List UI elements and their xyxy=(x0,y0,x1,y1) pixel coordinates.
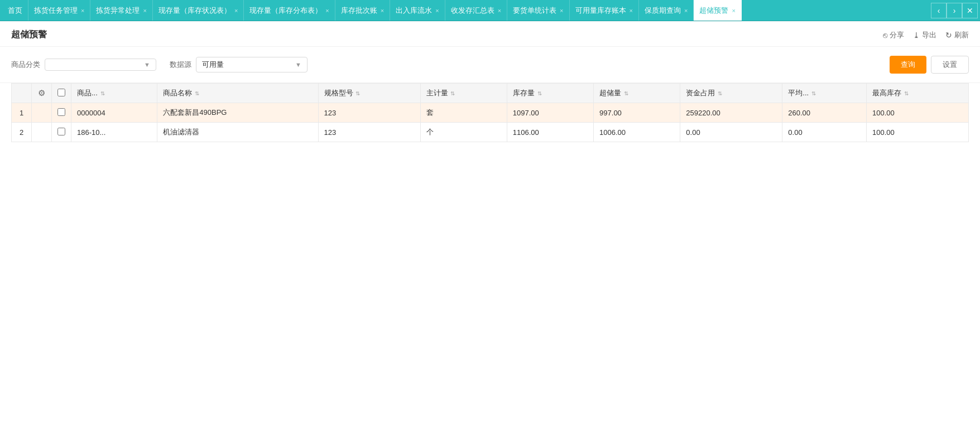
nav-close-button[interactable]: ✕ xyxy=(962,3,978,18)
topbar-tab-over-storage[interactable]: 超储预警× xyxy=(694,0,741,21)
col-header-over_stock[interactable]: 超储量 ⇅ xyxy=(594,84,680,103)
cell-max_stock-0: 100.00 xyxy=(866,103,968,123)
close-tab-inventory-dist-icon[interactable]: × xyxy=(325,7,329,14)
table-row: 10000004六配套新昌490BPG123套1097.00997.002592… xyxy=(12,103,969,123)
table-container: ⚙商品... ⇅商品名称 ⇅规格型号 ⇅主计量 ⇅库存量 ⇅超储量 ⇅资金占用 … xyxy=(0,83,980,142)
cell-product_name-1: 机油滤清器 xyxy=(157,123,318,142)
sort-icon-spec: ⇅ xyxy=(354,90,361,96)
close-tab-abnormal-icon[interactable]: × xyxy=(143,7,146,14)
datasource-select-value: 可用量 xyxy=(202,60,293,70)
topbar-tab-batch[interactable]: 库存批次账× xyxy=(335,0,390,21)
col-header-product_name[interactable]: 商品名称 ⇅ xyxy=(157,84,318,103)
topbar-tab-home[interactable]: 首页 xyxy=(2,0,28,21)
topbar-tab-quality-period[interactable]: 保质期查询× xyxy=(639,0,694,21)
topbar-tab-collect-send[interactable]: 收发存汇总表× xyxy=(445,0,507,21)
row-num-1: 2 xyxy=(12,123,32,142)
cell-over_stock-0: 997.00 xyxy=(594,103,680,123)
sort-icon-over_stock: ⇅ xyxy=(622,90,628,96)
col-header-checkbox xyxy=(52,84,71,103)
close-tab-collect-send-icon[interactable]: × xyxy=(498,7,501,14)
cell-unit-0: 套 xyxy=(420,103,507,123)
sort-icon-stock: ⇅ xyxy=(536,90,542,96)
table-body: 10000004六配套新昌490BPG123套1097.00997.002592… xyxy=(12,103,969,142)
close-tab-over-storage-icon[interactable]: × xyxy=(732,7,735,14)
row-gear-0 xyxy=(32,103,52,123)
export-icon: ⤓ xyxy=(913,31,920,40)
topbar-nav-buttons: ‹ › ✕ xyxy=(931,3,978,18)
share-icon: ⎋ xyxy=(883,31,887,40)
gear-icon[interactable]: ⚙ xyxy=(38,88,45,98)
close-tab-quality-period-icon[interactable]: × xyxy=(684,7,688,14)
topbar-tab-inventory-status[interactable]: 现存量（库存状况表）× xyxy=(153,0,244,21)
sort-icon-avg: ⇅ xyxy=(810,90,816,96)
nav-next-button[interactable]: › xyxy=(947,3,962,18)
topbar-tab-task-mgmt[interactable]: 拣货任务管理× xyxy=(28,0,90,21)
cell-avg-0: 260.00 xyxy=(782,103,867,123)
cell-unit-1: 个 xyxy=(420,123,507,142)
row-checkbox-cell-1 xyxy=(52,123,71,142)
row-checkbox-cell-0 xyxy=(52,103,71,123)
topbar: 首页拣货任务管理×拣货异常处理×现存量（库存状况表）×现存量（库存分布表）×库存… xyxy=(0,0,980,21)
datasource-select[interactable]: 可用量 ▼ xyxy=(196,57,308,72)
category-filter-group: 商品分类 ▼ xyxy=(11,59,156,71)
close-tab-usable-inventory-icon[interactable]: × xyxy=(630,7,633,14)
page-title: 超储预警 xyxy=(11,29,47,41)
col-header-rownum xyxy=(12,84,32,103)
row-num-0: 1 xyxy=(12,103,32,123)
cell-stock-1: 1106.00 xyxy=(507,123,593,142)
cell-spec-1: 123 xyxy=(318,123,420,142)
refresh-button[interactable]: ↻ 刷新 xyxy=(945,30,969,40)
cell-spec-0: 123 xyxy=(318,103,420,123)
row-gear-1 xyxy=(32,123,52,142)
row-checkbox-0[interactable] xyxy=(57,108,65,116)
cell-capital_occ-1: 0.00 xyxy=(680,123,782,142)
topbar-tab-order-stat[interactable]: 要货单统计表× xyxy=(507,0,569,21)
cell-over_stock-1: 1006.00 xyxy=(594,123,680,142)
export-button[interactable]: ⤓ 导出 xyxy=(913,30,936,40)
col-header-gear: ⚙ xyxy=(32,84,52,103)
page-header: 超储预警 ⎋ 分享 ⤓ 导出 ↻ 刷新 xyxy=(0,21,980,47)
main-content: 超储预警 ⎋ 分享 ⤓ 导出 ↻ 刷新 商品分类 ▼ 数据源 xyxy=(0,21,980,446)
cell-stock-0: 1097.00 xyxy=(507,103,593,123)
row-checkbox-1[interactable] xyxy=(57,128,65,135)
table-row: 2186-10...机油滤清器123个1106.001006.000.000.0… xyxy=(12,123,969,142)
select-all-checkbox[interactable] xyxy=(57,89,65,96)
nav-prev-button[interactable]: ‹ xyxy=(931,3,947,18)
table-head: ⚙商品... ⇅商品名称 ⇅规格型号 ⇅主计量 ⇅库存量 ⇅超储量 ⇅资金占用 … xyxy=(12,84,969,103)
settings-button[interactable]: 设置 xyxy=(931,56,969,74)
sort-icon-product_code: ⇅ xyxy=(99,90,105,96)
close-tab-batch-icon[interactable]: × xyxy=(381,7,384,14)
sort-icon-capital_occ: ⇅ xyxy=(716,90,722,96)
category-dropdown-icon: ▼ xyxy=(144,61,150,68)
data-table: ⚙商品... ⇅商品名称 ⇅规格型号 ⇅主计量 ⇅库存量 ⇅超储量 ⇅资金占用 … xyxy=(11,83,969,142)
sort-icon-unit: ⇅ xyxy=(449,90,455,96)
col-header-max_stock[interactable]: 最高库存 ⇅ xyxy=(866,84,968,103)
filter-action-buttons: 查询 设置 xyxy=(890,56,969,74)
category-label: 商品分类 xyxy=(11,60,40,70)
topbar-tab-usable-inventory[interactable]: 可用量库存账本× xyxy=(570,0,639,21)
cell-capital_occ-0: 259220.00 xyxy=(680,103,782,123)
query-button[interactable]: 查询 xyxy=(890,56,926,74)
sort-icon-max_stock: ⇅ xyxy=(902,90,909,96)
close-tab-inventory-status-icon[interactable]: × xyxy=(234,7,238,14)
cell-avg-1: 0.00 xyxy=(782,123,867,142)
col-header-capital_occ[interactable]: 资金占用 ⇅ xyxy=(680,84,782,103)
cell-product_name-0: 六配套新昌490BPG xyxy=(157,103,318,123)
category-select[interactable]: ▼ xyxy=(45,59,156,71)
col-header-avg[interactable]: 平均... ⇅ xyxy=(782,84,867,103)
col-header-stock[interactable]: 库存量 ⇅ xyxy=(507,84,593,103)
topbar-tab-abnormal[interactable]: 拣货异常处理× xyxy=(90,0,152,21)
close-tab-inout-flow-icon[interactable]: × xyxy=(435,7,439,14)
col-header-unit[interactable]: 主计量 ⇅ xyxy=(420,84,507,103)
close-tab-task-mgmt-icon[interactable]: × xyxy=(81,7,84,14)
col-header-spec[interactable]: 规格型号 ⇅ xyxy=(318,84,420,103)
topbar-tab-inventory-dist[interactable]: 现存量（库存分布表）× xyxy=(244,0,335,21)
share-button[interactable]: ⎋ 分享 xyxy=(883,30,904,40)
filter-area: 商品分类 ▼ 数据源 可用量 ▼ 查询 设置 xyxy=(0,47,980,83)
datasource-label: 数据源 xyxy=(170,60,191,70)
close-tab-order-stat-icon[interactable]: × xyxy=(560,7,563,14)
datasource-dropdown-icon: ▼ xyxy=(295,61,301,68)
refresh-icon: ↻ xyxy=(945,31,952,40)
col-header-product_code[interactable]: 商品... ⇅ xyxy=(71,84,157,103)
topbar-tab-inout-flow[interactable]: 出入库流水× xyxy=(390,0,445,21)
